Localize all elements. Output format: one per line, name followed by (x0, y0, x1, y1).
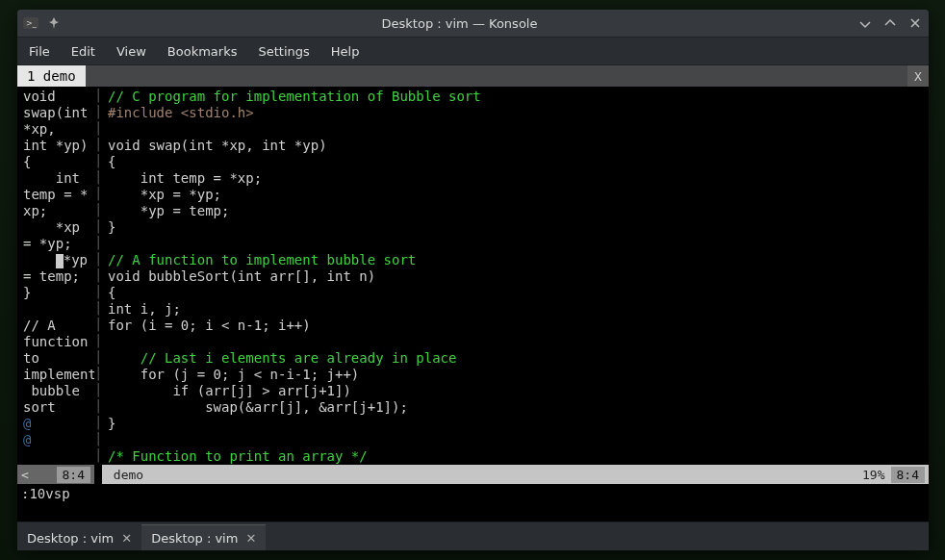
vim-tab-active[interactable]: 1 demo (17, 65, 86, 87)
pin-icon[interactable] (46, 15, 62, 31)
left-split[interactable]: void swap(int *xp, int *yp) { int temp =… (17, 87, 94, 484)
vim-command-line[interactable]: :10vsp (17, 484, 929, 503)
left-status-pos: 8:4 (57, 467, 90, 483)
status-filename: demo (114, 468, 143, 482)
konsole-window: >_ Desktop : vim — Konsole File Edit Vie… (17, 10, 929, 550)
editor-area[interactable]: void swap(int *xp, int *yp) { int temp =… (17, 87, 929, 484)
close-icon[interactable]: ✕ (245, 531, 256, 546)
right-code[interactable]: // C program for implementation of Bubbl… (102, 87, 929, 465)
terminal-blank (17, 503, 929, 522)
left-status-arrow: < (21, 467, 29, 483)
left-code[interactable]: void swap(int *xp, int *yp) { int temp =… (17, 87, 94, 465)
konsole-tab-0[interactable]: Desktop : vim ✕ (17, 524, 141, 550)
maximize-button[interactable] (882, 15, 898, 31)
svg-text:>_: >_ (26, 19, 38, 28)
konsole-tab-bar: Desktop : vim ✕ Desktop : vim ✕ (17, 522, 929, 550)
menu-help[interactable]: Help (331, 44, 360, 59)
konsole-tab-1[interactable]: Desktop : vim ✕ (141, 524, 266, 550)
terminal-icon: >_ (23, 15, 38, 31)
menu-settings[interactable]: Settings (258, 44, 309, 59)
window-title: Desktop : vim — Konsole (62, 16, 857, 31)
konsole-tab-label: Desktop : vim (151, 531, 238, 546)
close-button[interactable] (907, 15, 923, 31)
menu-edit[interactable]: Edit (71, 44, 95, 59)
status-position: 8:4 (891, 467, 925, 483)
konsole-tab-label: Desktop : vim (27, 531, 114, 546)
menu-view[interactable]: View (116, 44, 146, 59)
titlebar[interactable]: >_ Desktop : vim — Konsole (17, 10, 929, 37)
status-percent: 19% (856, 467, 890, 483)
left-statusline: < 8:4 (17, 465, 94, 484)
minimize-button[interactable] (857, 15, 873, 31)
vim-tab-strip: 1 demo X (17, 65, 929, 87)
menu-bookmarks[interactable]: Bookmarks (167, 44, 238, 59)
right-statusline: demo 19% 8:4 (102, 465, 929, 484)
close-icon[interactable]: ✕ (121, 531, 132, 546)
menu-file[interactable]: File (29, 44, 50, 59)
vim-tab-close[interactable]: X (907, 65, 929, 87)
menubar: File Edit View Bookmarks Settings Help (17, 37, 929, 65)
right-split[interactable]: // C program for implementation of Bubbl… (102, 87, 929, 484)
vertical-separator[interactable]: ||||||||||||||||||||||| (94, 87, 102, 484)
